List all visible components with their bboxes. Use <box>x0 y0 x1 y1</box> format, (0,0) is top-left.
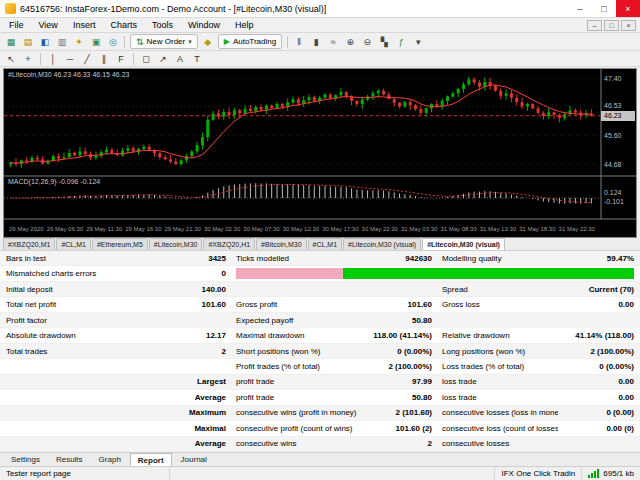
cursor-icon[interactable]: ↖ <box>3 51 19 66</box>
current-price-label: 46.23 <box>601 111 635 121</box>
metaeditor-icon[interactable]: ◆ <box>200 34 216 49</box>
report-value: 0.00 <box>558 300 640 309</box>
chart-tab[interactable]: #CL,M1 <box>56 238 91 250</box>
toolbar-separator <box>133 53 134 65</box>
report-value: 59.47% <box>558 254 640 263</box>
chart-tab[interactable]: #Bitcoin,M30 <box>256 238 306 250</box>
chart-tab[interactable]: #Ethereum,M5 <box>92 238 148 250</box>
menu-view[interactable]: View <box>32 20 65 30</box>
tester-tab-report[interactable]: Report <box>130 453 172 466</box>
report-row: Bars in test3425Ticks modelled942630Mode… <box>0 251 640 266</box>
quality-bar-quality <box>343 268 634 279</box>
modelling-quality-bar <box>236 268 634 279</box>
price-scale[interactable]: 47.4046.5345.6044.680.124-0.10146.23 <box>601 69 636 219</box>
channel-icon[interactable]: ∥ <box>96 51 112 66</box>
report-value: 50.80 <box>358 393 432 402</box>
report-value: 101.60 <box>358 300 432 309</box>
menu-file[interactable]: File <box>2 20 31 30</box>
minimize-button[interactable]: – <box>568 0 592 17</box>
new-order-icon: ⇅ <box>136 37 144 47</box>
chart-tab[interactable]: #XBZQ20,M1 <box>3 238 55 250</box>
profiles-icon[interactable]: ▤ <box>20 34 36 49</box>
child-minimize-button[interactable]: – <box>587 20 602 31</box>
report-label: Modelling quality <box>432 254 558 263</box>
child-restore-button[interactable]: □ <box>604 20 619 31</box>
report-label: consecutive wins (profit in money) <box>226 408 358 417</box>
status-plugin[interactable]: IFX One Click Tradin <box>495 467 582 480</box>
data-window-icon[interactable]: ▥ <box>54 34 70 49</box>
report-value: 2 <box>166 347 226 356</box>
chart-tab[interactable]: #Litecoin,M30 (visual) <box>343 238 421 250</box>
report-label: Total trades <box>6 347 166 356</box>
menu-help[interactable]: Help <box>228 20 261 30</box>
report-value: Average <box>166 439 226 448</box>
market-watch-icon[interactable]: ◧ <box>37 34 53 49</box>
time-axis-label: 29 May 2020 <box>9 226 44 232</box>
menu-tools[interactable]: Tools <box>145 20 180 30</box>
time-axis-label: 29 May 16:30 <box>125 226 161 232</box>
report-value: Maximum <box>166 408 226 417</box>
report-value: 101.60 (2) <box>358 424 432 433</box>
connection-traffic: 695/1 kb <box>603 469 634 478</box>
titlebar: 64516756: InstaForex-1Demo.com - Demo Ac… <box>0 0 640 18</box>
report-value: Current (70) <box>558 285 640 294</box>
tester-tab-results[interactable]: Results <box>49 453 90 466</box>
candlestick-chart-icon[interactable]: ▮ <box>308 34 324 49</box>
fibonacci-icon[interactable]: F <box>113 51 129 66</box>
bar-chart-icon[interactable]: ‖ <box>291 34 307 49</box>
maximize-button[interactable]: □ <box>592 0 616 17</box>
tester-tab-settings[interactable]: Settings <box>4 453 47 466</box>
chart-tab[interactable]: #Litecoin,M30 (visual) <box>422 238 505 250</box>
drawing-toolbar: ↖+│─╱∥F◻↗AT <box>0 51 640 67</box>
candlestick-chart[interactable] <box>4 69 636 220</box>
tester-tab-graph[interactable]: Graph <box>92 453 128 466</box>
vertical-line-icon[interactable]: │ <box>45 51 61 66</box>
report-label: consecutive losses <box>432 439 558 448</box>
report-row: Largestprofit trade97.99loss trade0.00 <box>0 375 640 390</box>
report-row: Initial deposit140.00SpreadCurrent (70) <box>0 282 640 297</box>
menu-window[interactable]: Window <box>181 20 227 30</box>
autotrading-button[interactable]: ▶ AutoTrading <box>218 34 282 49</box>
text-icon[interactable]: A <box>172 51 188 66</box>
time-axis[interactable]: 29 May 202029 May 06:3029 May 11:3029 Ma… <box>4 220 600 237</box>
text-label-icon[interactable]: T <box>189 51 205 66</box>
time-axis-label: 31 May 13:30 <box>480 226 516 232</box>
strategy-tester-icon[interactable]: ◎ <box>105 34 121 49</box>
zoom-in-icon[interactable]: ⊕ <box>342 34 358 49</box>
report-label: Short positions (won %) <box>226 347 358 356</box>
horizontal-line-icon[interactable]: ─ <box>62 51 78 66</box>
report-value: 0.00 (0) <box>558 424 640 433</box>
trendline-icon[interactable]: ╱ <box>79 51 95 66</box>
tile-windows-icon[interactable]: ▚ <box>376 34 392 49</box>
report-value: 2 (100.00%) <box>558 347 640 356</box>
shapes-icon[interactable]: ◻ <box>138 51 154 66</box>
line-chart-icon[interactable]: ≈ <box>325 34 341 49</box>
arrow-icon[interactable]: ↗ <box>155 51 171 66</box>
report-label: Spread <box>432 285 558 294</box>
report-row: Averageprofit trade50.80loss trade0.00 <box>0 390 640 405</box>
close-button[interactable]: × <box>616 0 640 17</box>
child-close-button[interactable]: × <box>621 20 636 31</box>
chart-tab[interactable]: #Litecoin,M30 <box>149 238 203 250</box>
tester-tab-journal[interactable]: Journal <box>174 453 214 466</box>
zoom-out-icon[interactable]: ⊖ <box>359 34 375 49</box>
report-label: Relative drawdown <box>432 331 558 340</box>
chart-tab[interactable]: #XBZQ20,H1 <box>203 238 255 250</box>
indicators-icon[interactable]: ƒ <box>393 34 409 49</box>
navigator-icon[interactable]: ✦ <box>71 34 87 49</box>
new-order-button[interactable]: ⇅ New Order ▾ <box>130 34 198 49</box>
new-chart-icon[interactable]: ▦ <box>3 34 19 49</box>
menu-charts[interactable]: Charts <box>103 20 144 30</box>
report-value: 0 (0.00) <box>558 408 640 417</box>
crosshair-icon[interactable]: + <box>20 51 36 66</box>
terminal-icon[interactable]: ▣ <box>88 34 104 49</box>
report-value: 0 (0.00%) <box>558 362 640 371</box>
report-value: Maximal <box>166 424 226 433</box>
templates-icon[interactable]: ▾ <box>410 34 426 49</box>
time-axis-label: 31 May 08:30 <box>440 226 476 232</box>
connection-bars-icon <box>588 469 599 478</box>
report-value: Largest <box>166 377 226 386</box>
menu-insert[interactable]: Insert <box>66 20 103 30</box>
chart-tab[interactable]: #CL,M1 <box>308 238 343 250</box>
time-axis-label: 31 May 03:30 <box>401 226 437 232</box>
